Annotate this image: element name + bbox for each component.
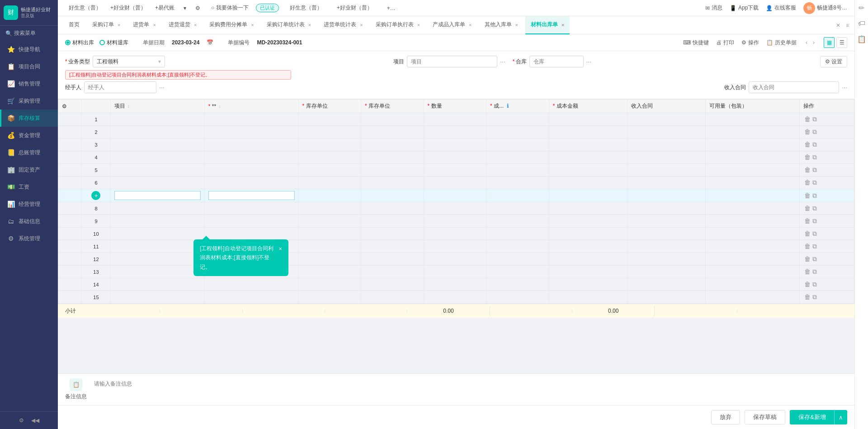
row-qty-cell[interactable]	[424, 228, 486, 240]
row-available-cell[interactable]	[705, 253, 799, 266]
row-qty-cell[interactable]	[424, 164, 486, 176]
sidebar-item-inventory[interactable]: 📦 库存核算	[0, 110, 58, 127]
row-qty-cell[interactable]	[424, 126, 486, 138]
row-warehouse-cell[interactable]	[298, 189, 361, 202]
copy-row-btn[interactable]: ⧉	[812, 166, 817, 173]
sidebar-item-sales[interactable]: 📈 销售管理	[0, 75, 58, 92]
copy-row-btn[interactable]: ⧉	[812, 281, 817, 288]
view-list-btn[interactable]: ☰	[836, 37, 847, 48]
row-costamt-cell[interactable]	[549, 278, 627, 291]
copy-row-btn[interactable]: ⧉	[812, 243, 817, 250]
row-qty-cell[interactable]	[424, 202, 486, 215]
handler-input[interactable]	[84, 81, 156, 93]
row-available-cell[interactable]	[705, 113, 799, 126]
row-project-cell[interactable]	[111, 266, 205, 278]
row-qty-cell[interactable]	[424, 291, 486, 304]
sidebar-collapse-icon[interactable]: ◀◀	[31, 417, 39, 424]
delete-row-btn[interactable]: 🗑	[804, 205, 811, 212]
row-costamt-cell[interactable]	[549, 202, 627, 215]
radio-material-out[interactable]: 材料出库	[65, 39, 94, 47]
delete-row-btn[interactable]: 🗑	[804, 141, 811, 148]
row-qty-cell[interactable]	[424, 240, 486, 253]
row-contract-cell[interactable]	[627, 278, 705, 291]
nav-link-goodfinance[interactable]: +好业财（普）	[107, 3, 150, 13]
online-service-btn[interactable]: 👤 在线客服	[766, 4, 796, 12]
row-contract-cell[interactable]	[627, 240, 705, 253]
delete-row-btn[interactable]: 🗑	[804, 115, 811, 123]
tab-material-outbound-close[interactable]: ×	[561, 22, 564, 28]
row-warehouse-cell[interactable]	[298, 240, 361, 253]
row-warehouse-cell[interactable]	[298, 138, 361, 151]
copy-row-btn[interactable]: ⧉	[812, 293, 817, 300]
row-unit-cell[interactable]	[361, 253, 424, 266]
copy-row-btn[interactable]: ⧉	[812, 230, 817, 237]
try-btn[interactable]: ○ 我要体验一下	[211, 4, 249, 12]
copy-row-btn[interactable]: ⧉	[812, 115, 817, 123]
operate-btn[interactable]: ⚙ 操作	[741, 39, 759, 47]
row-qty-cell[interactable]	[424, 189, 486, 202]
row-contract-cell[interactable]	[627, 253, 705, 266]
delete-row-btn[interactable]: 🗑	[804, 179, 811, 186]
print-btn[interactable]: 🖨 打印	[716, 39, 734, 47]
nav-link-goods[interactable]: 好生意（普）	[65, 3, 105, 13]
nav-more-btn[interactable]: ▾	[180, 4, 190, 13]
row-project-cell[interactable]	[111, 164, 205, 176]
row-sku-cell[interactable]	[204, 291, 298, 304]
row-cost-cell[interactable]	[486, 228, 549, 240]
row-available-cell[interactable]	[705, 138, 799, 151]
copy-row-btn[interactable]: ⧉	[812, 141, 817, 148]
tab-more-icon[interactable]: ≡	[846, 22, 849, 29]
row-costamt-cell[interactable]	[549, 189, 627, 202]
row-contract-cell[interactable]	[627, 113, 705, 126]
row-qty-cell[interactable]	[424, 176, 486, 189]
copy-row-btn[interactable]: ⧉	[812, 128, 817, 135]
remarks-input[interactable]	[92, 378, 847, 395]
row-sku-cell[interactable]	[204, 215, 298, 228]
tab-home[interactable]: 首页	[63, 16, 85, 34]
row-available-cell[interactable]	[705, 278, 799, 291]
row-qty-cell[interactable]	[424, 151, 486, 164]
row-cost-cell[interactable]	[486, 176, 549, 189]
row-unit-cell[interactable]	[361, 215, 424, 228]
row-cost-cell[interactable]	[486, 291, 549, 304]
save-new-main-btn[interactable]: 保存&新增	[790, 410, 835, 424]
row-cost-cell[interactable]	[486, 164, 549, 176]
handler-more-btn[interactable]: ···	[159, 84, 165, 91]
row-unit-cell[interactable]	[361, 189, 424, 202]
tab-incoming-stats-close[interactable]: ×	[360, 22, 363, 28]
row-contract-cell[interactable]	[627, 291, 705, 304]
copy-row-btn[interactable]: ⧉	[812, 179, 817, 186]
nav-link-agency[interactable]: +易代账	[151, 3, 178, 13]
row-project-cell[interactable]	[111, 228, 205, 240]
add-row-btn[interactable]: +	[91, 191, 100, 200]
row-unit-cell[interactable]	[361, 164, 424, 176]
row-qty-cell[interactable]	[424, 266, 486, 278]
sidebar-item-assets[interactable]: 🏢 固定资产	[0, 161, 58, 178]
delete-row-btn[interactable]: 🗑	[804, 166, 811, 173]
sidebar-item-project[interactable]: 📋 项目合同	[0, 58, 58, 75]
nav-prev-btn[interactable]: ‹	[804, 38, 809, 47]
row-project-cell[interactable]	[111, 253, 205, 266]
row-costamt-cell[interactable]	[549, 291, 627, 304]
view-grid-btn[interactable]: ▦	[824, 37, 835, 48]
row-project-cell[interactable]	[111, 215, 205, 228]
row-warehouse-cell[interactable]	[298, 176, 361, 189]
row-cost-cell[interactable]	[486, 278, 549, 291]
quick-key-btn[interactable]: ⌨ 快捷键	[683, 39, 709, 47]
row-contract-cell[interactable]	[627, 215, 705, 228]
row-qty-cell[interactable]	[424, 138, 486, 151]
sku-cell-input[interactable]	[208, 191, 295, 200]
income-contract-more-btn[interactable]: ···	[842, 84, 847, 91]
income-contract-input[interactable]	[749, 81, 839, 93]
row-costamt-cell[interactable]	[549, 151, 627, 164]
row-qty-cell[interactable]	[424, 253, 486, 266]
row-warehouse-cell[interactable]	[298, 278, 361, 291]
tab-purchase-expense[interactable]: 采购费用分摊单 ×	[204, 16, 259, 34]
save-draft-btn[interactable]: 保存草稿	[745, 410, 785, 424]
row-project-cell[interactable]	[111, 113, 205, 126]
row-sku-cell[interactable]	[204, 228, 298, 240]
delete-row-btn[interactable]: 🗑	[804, 268, 811, 275]
row-cost-cell[interactable]	[486, 240, 549, 253]
table-scroll-wrap[interactable]: × [工程领料]自动登记项目合同利润表材料成本;[直接领料]不登记。 ⚙ 项目 …	[58, 99, 854, 373]
row-available-cell[interactable]	[705, 189, 799, 202]
